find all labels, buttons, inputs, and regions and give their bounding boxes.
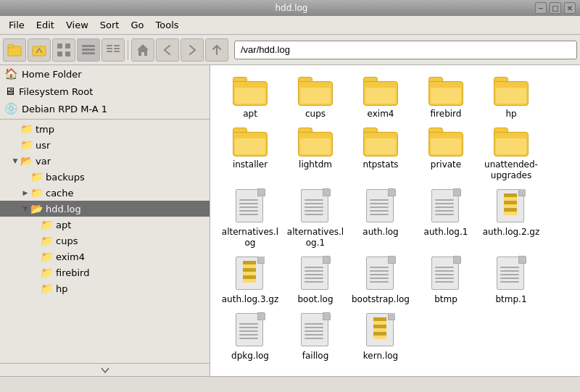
sidebar-tree-item[interactable]: 📁backups	[0, 169, 210, 185]
file-item[interactable]: btmp	[413, 252, 478, 309]
svg-rect-10	[107, 45, 112, 46]
file-item[interactable]: apt	[218, 72, 283, 123]
file-item[interactable]: installer	[218, 123, 283, 185]
file-item[interactable]: alternatives.log	[218, 185, 283, 252]
svg-rect-4	[65, 43, 70, 49]
menu-item-edit[interactable]: Edit	[30, 18, 60, 32]
file-item[interactable]: unattended-upgrades	[478, 123, 544, 185]
quicklink-icon: 🏠	[4, 67, 18, 80]
minimize-button[interactable]: −	[535, 2, 547, 14]
file-item[interactable]: auth.log.2.gz	[478, 185, 544, 252]
file-item[interactable]: auth.log.1	[413, 185, 478, 252]
file-item[interactable]: btmp.1	[478, 252, 544, 309]
menu-item-go[interactable]: Go	[125, 18, 149, 32]
file-item[interactable]: bootstrap.log	[348, 252, 413, 309]
tree-folder-icon: 📁	[30, 171, 43, 183]
tree-folder-icon: 📁	[20, 123, 33, 135]
sidebar-quicklink[interactable]: 🖥Filesystem Root	[0, 83, 210, 100]
file-area[interactable]: aptcupsexim4firebirdhpinstallerlightdmnt…	[210, 65, 580, 376]
file-item[interactable]: lightdm	[283, 123, 348, 185]
tree-arrow	[20, 172, 30, 182]
tree-arrow	[30, 220, 41, 230]
sidebar-tree-item[interactable]: 📁usr	[0, 137, 210, 153]
sidebar-tree-item[interactable]: 📁exim4	[0, 249, 210, 264]
statusbar	[0, 376, 580, 392]
tree-folder-icon: 📁	[20, 139, 33, 151]
tree-folder-icon: 📁	[41, 267, 53, 278]
sidebar-tree-item[interactable]: 📂var	[0, 153, 210, 169]
open-button[interactable]	[28, 38, 51, 62]
tree-folder-icon: 📂	[30, 203, 43, 214]
file-label: apt	[243, 109, 257, 119]
file-item[interactable]: cups	[283, 72, 348, 123]
quicklink-label: Debian RPD M-A 1	[22, 104, 107, 114]
file-item[interactable]: hp	[478, 72, 544, 123]
file-label: auth.log	[362, 227, 398, 237]
file-label: firebird	[431, 109, 462, 119]
sidebar-tree-item[interactable]: 📁firebird	[0, 264, 210, 280]
sidebar-tree-item[interactable]: 📁cups	[0, 233, 210, 249]
file-item[interactable]: boot.log	[283, 252, 348, 309]
quicklink-label: Filesystem Root	[19, 86, 93, 97]
icon-view-button[interactable]	[52, 38, 75, 62]
file-label: unattended-upgrades	[481, 159, 541, 180]
sidebar: 🏠Home Folder🖥Filesystem Root💿Debian RPD …	[0, 65, 210, 376]
sidebar-tree-item[interactable]: 📂hdd.log	[0, 201, 210, 217]
main-area: 🏠Home Folder🖥Filesystem Root💿Debian RPD …	[0, 65, 580, 376]
file-item[interactable]: auth.log	[348, 185, 413, 252]
tree-item-label: hp	[56, 283, 68, 294]
sidebar-quicklink[interactable]: 💿Debian RPD M-A 1	[0, 100, 210, 117]
tree-item-label: exim4	[56, 251, 85, 262]
svg-rect-15	[114, 51, 120, 52]
maximize-button[interactable]: □	[550, 2, 561, 14]
file-item[interactable]: dpkg.log	[218, 309, 283, 365]
menu-item-sort[interactable]: Sort	[94, 18, 125, 32]
tree-arrow[interactable]	[20, 188, 30, 198]
sidebar-tree-item[interactable]: 📁cache	[0, 185, 210, 201]
file-item[interactable]: kern.log	[348, 309, 413, 365]
file-item[interactable]: faillog	[283, 309, 348, 365]
sidebar-quicklink[interactable]: 🏠Home Folder	[0, 65, 210, 83]
location-input[interactable]	[234, 41, 577, 59]
sidebar-tree-item[interactable]: 📁hp	[0, 280, 210, 296]
file-label: ntpstats	[362, 159, 398, 170]
home-button[interactable]	[131, 38, 154, 62]
menu-item-tools[interactable]: Tools	[150, 18, 185, 32]
tree-arrow[interactable]	[10, 156, 20, 166]
file-item[interactable]: exim4	[348, 72, 413, 123]
file-label: faillog	[302, 351, 329, 361]
titlebar-controls: − □ ✕	[535, 2, 576, 14]
file-label: bootstrap.log	[352, 294, 410, 304]
file-item[interactable]: firebird	[413, 72, 478, 123]
file-item[interactable]: auth.log.3.gz	[218, 252, 283, 309]
file-item[interactable]: ntpstats	[348, 123, 413, 185]
sidebar-tree-item[interactable]: 📁tmp	[0, 121, 210, 137]
sidebar-scroll-indicator	[0, 363, 210, 376]
sidebar-separator	[0, 119, 210, 120]
up-button[interactable]	[205, 38, 228, 62]
tree-folder-icon: 📁	[30, 187, 43, 199]
compact-view-button[interactable]	[102, 38, 125, 62]
file-label: lightdm	[299, 159, 332, 170]
file-item[interactable]: alternatives.log.1	[283, 185, 348, 252]
forward-button[interactable]	[181, 38, 204, 62]
menu-item-file[interactable]: File	[3, 18, 30, 32]
menu-item-view[interactable]: View	[60, 18, 94, 32]
toolbar	[0, 35, 580, 65]
titlebar-title: hdd.log	[48, 3, 535, 13]
back-button[interactable]	[156, 38, 179, 62]
file-label: btmp	[434, 294, 457, 304]
file-label: auth.log.2.gz	[483, 227, 540, 237]
sidebar-content: 🏠Home Folder🖥Filesystem Root💿Debian RPD …	[0, 65, 210, 363]
file-item[interactable]: private	[413, 123, 478, 185]
sidebar-tree-item[interactable]: 📁apt	[0, 217, 210, 233]
svg-rect-14	[107, 51, 112, 52]
tree-arrow	[10, 124, 20, 134]
close-button[interactable]: ✕	[564, 2, 576, 14]
tree-arrow[interactable]	[20, 204, 30, 214]
file-label: cups	[305, 109, 326, 119]
list-view-button[interactable]	[77, 38, 100, 62]
location-bar	[234, 40, 577, 60]
tree-item-label: hdd.log	[46, 204, 81, 214]
new-folder-button[interactable]	[3, 38, 26, 62]
